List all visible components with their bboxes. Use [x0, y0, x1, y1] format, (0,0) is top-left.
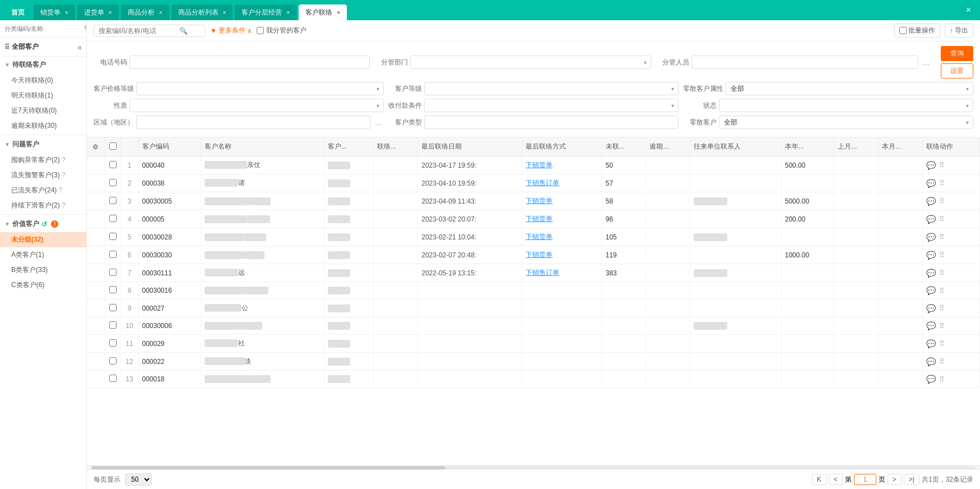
row-checkbox[interactable]	[109, 321, 117, 329]
sidebar-group-value[interactable]: ▼ 价值客户 ↺ !	[0, 216, 86, 232]
td-checkbox[interactable]	[105, 299, 120, 317]
sidebar-item-week[interactable]: 近7天待联络(0)	[0, 103, 86, 118]
sidebar-item-b-class[interactable]: B类客户(33)	[0, 262, 86, 278]
td-checkbox[interactable]	[105, 246, 120, 264]
td-checkbox[interactable]	[105, 282, 120, 299]
td-checkbox[interactable]	[105, 210, 120, 228]
row-checkbox[interactable]	[109, 215, 117, 222]
td-checkbox[interactable]	[105, 192, 120, 210]
td-last-method[interactable]: 下销货单	[522, 192, 602, 210]
th-settings[interactable]: ⚙	[87, 137, 105, 156]
customer-level-select[interactable]	[424, 82, 679, 95]
grid-icon[interactable]: ⠿	[939, 251, 945, 259]
tab-home[interactable]: 首页	[4, 4, 31, 20]
chat-icon[interactable]: 💬	[926, 269, 936, 278]
current-page-input[interactable]	[854, 474, 876, 485]
scrollbar-track[interactable]	[91, 466, 976, 469]
td-last-method[interactable]	[522, 317, 602, 335]
region-input[interactable]	[136, 116, 370, 129]
my-customers-filter[interactable]: 我分管的客户	[257, 26, 306, 35]
th-contact[interactable]: 联络...	[374, 137, 418, 156]
chat-icon[interactable]: 💬	[926, 215, 936, 224]
grid-icon[interactable]: ⠿	[939, 161, 945, 169]
td-checkbox[interactable]	[105, 353, 120, 371]
sidebar-item-negative[interactable]: 持续下滑客户(2) ?	[0, 198, 86, 213]
contact-method-link[interactable]: 下销货单	[526, 161, 552, 169]
grid-icon[interactable]: ⠿	[939, 179, 945, 187]
customer-type-input[interactable]	[424, 116, 679, 129]
th-type[interactable]: 客户...	[324, 137, 374, 156]
chat-icon[interactable]: 💬	[926, 197, 936, 206]
contact-method-link[interactable]: 下销售订单	[526, 179, 559, 187]
chat-icon[interactable]: 💬	[926, 339, 936, 348]
row-checkbox[interactable]	[109, 269, 117, 276]
tab-customer-segment[interactable]: 客户分层经营 ×	[235, 4, 296, 20]
phone-input[interactable]	[129, 56, 370, 69]
th-checkbox[interactable]	[105, 137, 120, 156]
td-last-method[interactable]: 下销货单	[522, 210, 602, 228]
row-checkbox[interactable]	[109, 233, 117, 240]
sidebar-item-c-class[interactable]: C类客户(6)	[0, 278, 86, 293]
sidebar-item-ungrouped[interactable]: 未分组(32)	[0, 232, 86, 247]
department-select[interactable]	[410, 56, 651, 69]
tab-purchase[interactable]: 进货单 ×	[77, 4, 119, 20]
page-size-select[interactable]: 50	[125, 473, 152, 486]
grid-icon[interactable]: ⠿	[939, 197, 945, 205]
tab-product-analysis[interactable]: 商品分析 ×	[121, 4, 169, 20]
sidebar-search-input[interactable]	[4, 25, 82, 32]
sidebar-item-tomorrow[interactable]: 明天待联络(1)	[0, 88, 86, 103]
scrollbar-thumb[interactable]	[91, 466, 445, 469]
td-last-method[interactable]: 下销货单	[522, 156, 602, 174]
td-last-method[interactable]	[522, 371, 602, 388]
th-last-method[interactable]: 最后联络方式	[522, 137, 602, 156]
grid-icon[interactable]: ⠿	[939, 375, 945, 384]
row-checkbox[interactable]	[109, 251, 117, 258]
sidebar-item-overdue[interactable]: 逾期未联络(30)	[0, 118, 86, 133]
contact-method-link[interactable]: 下销货单	[526, 215, 552, 223]
close-sales-icon[interactable]: ×	[65, 10, 68, 16]
tab-product-analysis-list[interactable]: 商品分析列表 ×	[171, 4, 233, 20]
chat-icon[interactable]: 💬	[926, 304, 936, 313]
td-last-method[interactable]	[522, 353, 602, 371]
tab-customer-contact[interactable]: 客户联络 ×	[299, 4, 347, 20]
chat-icon[interactable]: 💬	[926, 161, 936, 170]
row-checkbox[interactable]	[109, 375, 117, 382]
batch-checkbox[interactable]	[899, 27, 907, 34]
retail-customer-select[interactable]: 全部	[719, 116, 973, 129]
sidebar-item-lost[interactable]: 已流失客户(24) ?	[0, 183, 86, 198]
close-product-analysis-icon[interactable]: ×	[159, 10, 162, 16]
close-customer-contact-icon[interactable]: ×	[337, 10, 340, 16]
prev-page-btn[interactable]: <	[829, 474, 843, 485]
td-last-method[interactable]: 下销货单	[522, 228, 602, 246]
th-overdue[interactable]: 逾期...	[646, 137, 690, 156]
sidebar-group-waiting[interactable]: ▼ 待联络客户	[0, 57, 86, 73]
grid-icon[interactable]: ⠿	[939, 215, 945, 223]
th-this-month[interactable]: 本月...	[878, 137, 922, 156]
row-checkbox[interactable]	[109, 357, 117, 365]
td-checkbox[interactable]	[105, 264, 120, 282]
contact-method-link[interactable]: 下销货单	[526, 197, 552, 205]
close-product-analysis-list-icon[interactable]: ×	[223, 10, 226, 16]
contact-method-link[interactable]: 下销货单	[526, 251, 552, 259]
person-dots-icon[interactable]: ...	[921, 58, 932, 67]
retail-attr-select[interactable]: 全部	[726, 82, 973, 95]
chat-icon[interactable]: 💬	[926, 251, 936, 260]
contact-method-link[interactable]: 下销货单	[526, 233, 552, 241]
last-page-btn[interactable]: >|	[904, 474, 919, 485]
price-level-select[interactable]	[136, 82, 384, 95]
td-checkbox[interactable]	[105, 228, 120, 246]
th-this-year[interactable]: 本年...	[781, 137, 834, 156]
sidebar-all-customers[interactable]: ⠿ 全部客户 «	[0, 38, 86, 57]
sidebar-item-churn-warn[interactable]: 流失预警客户(3) ?	[0, 168, 86, 183]
reset-btn[interactable]: 设置	[941, 63, 973, 79]
td-checkbox[interactable]	[105, 156, 120, 174]
sidebar-group-problem[interactable]: ▼ 问题客户	[0, 136, 86, 153]
grid-icon[interactable]: ⠿	[939, 233, 945, 241]
person-input[interactable]	[691, 56, 919, 69]
grid-icon[interactable]: ⠿	[939, 287, 945, 295]
th-last-date[interactable]: 最后联络日期	[418, 137, 522, 156]
chat-icon[interactable]: 💬	[926, 375, 936, 384]
contact-method-link[interactable]: 下销售订单	[526, 269, 559, 276]
filter-more-btn[interactable]: ▼ 更多条件 ∧	[210, 26, 252, 35]
query-btn[interactable]: 查询	[941, 46, 973, 61]
